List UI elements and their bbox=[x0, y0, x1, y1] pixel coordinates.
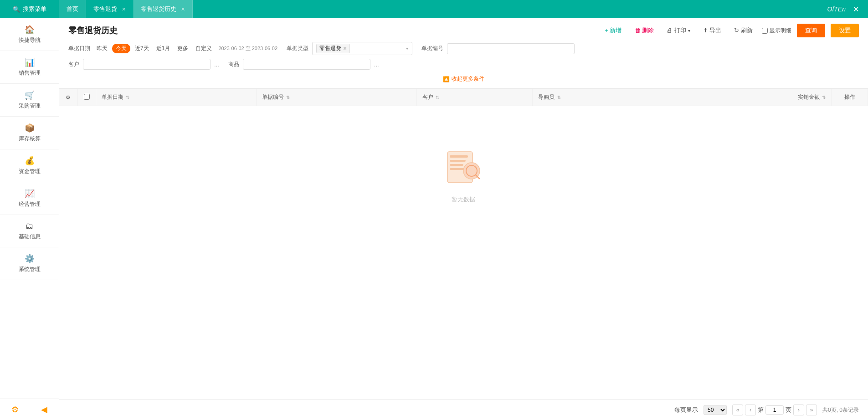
show-detail-label: 显示明细 bbox=[770, 27, 791, 35]
refresh-button[interactable]: ↻ 刷新 bbox=[730, 25, 756, 36]
last-page-button[interactable]: » bbox=[806, 405, 817, 415]
goods-input[interactable] bbox=[243, 59, 370, 70]
date-btn-custom[interactable]: 自定义 bbox=[193, 44, 215, 53]
main-layout: 🏠 快捷导航 📊 销售管理 🛒 采购管理 📦 库存核算 💰 资金管理 📈 经营管… bbox=[0, 18, 868, 420]
svg-rect-1 bbox=[450, 155, 468, 158]
page-nav: « ‹ 第 页 › » bbox=[732, 405, 817, 415]
add-button-label: + 新增 bbox=[605, 26, 621, 35]
first-page-button[interactable]: « bbox=[732, 405, 743, 415]
voucher-type-tag-text: 零售退货 bbox=[319, 45, 341, 52]
page-header: 零售退货历史 + 新增 🗑 删除 🖨 打印 ▾ ⬆ 导出 bbox=[59, 18, 868, 89]
sidebar-item-label-quicknav: 快捷导航 bbox=[19, 36, 41, 44]
top-bar-right: OfTEn ✕ bbox=[822, 0, 868, 18]
date-filter-label: 单据日期 bbox=[68, 45, 90, 52]
empty-state-text: 暂无数据 bbox=[452, 195, 475, 204]
finance-icon: 💰 bbox=[25, 156, 35, 166]
date-btn-7days[interactable]: 近7天 bbox=[132, 44, 152, 53]
filter-customer-item: 客户 ... bbox=[68, 59, 219, 70]
goods-dots-button[interactable]: ... bbox=[374, 61, 379, 68]
sidebar-collapse-button[interactable]: ◀ bbox=[41, 405, 47, 415]
customer-dots-button[interactable]: ... bbox=[214, 61, 219, 68]
date-btn-yesterday[interactable]: 昨天 bbox=[94, 44, 110, 53]
th-voucher-no[interactable]: 单据编号 ⇅ bbox=[256, 89, 416, 106]
date-btn-1month[interactable]: 近1月 bbox=[154, 44, 173, 53]
sidebar-item-label-sales: 销售管理 bbox=[19, 69, 41, 77]
search-menu-button[interactable]: 🔍 搜索菜单 bbox=[8, 5, 51, 13]
table-settings-icon[interactable]: ⚙ bbox=[66, 94, 71, 101]
customer-input[interactable] bbox=[83, 59, 211, 70]
operations-icon: 📈 bbox=[25, 189, 35, 199]
select-all-checkbox[interactable] bbox=[84, 94, 90, 100]
show-detail-checkbox[interactable] bbox=[762, 28, 768, 34]
sidebar-item-basic-info[interactable]: 🗂 基础信息 bbox=[0, 215, 59, 247]
collapse-row: 🔼 收起更多条件 bbox=[68, 73, 859, 85]
total-info: 共0页, 0条记录 bbox=[822, 406, 859, 414]
prev-page-button[interactable]: ‹ bbox=[745, 405, 756, 415]
voucher-type-label: 单据类型 bbox=[287, 45, 308, 52]
page-label: 第 bbox=[758, 406, 764, 414]
pagination-bar: 每页显示 20 50 100 200 « ‹ 第 页 › » 共0页, 0条记录 bbox=[59, 400, 868, 420]
filter-area: 单据日期 昨天 今天 近7天 近1月 更多 自定义 2023-06-02 至 2… bbox=[68, 42, 859, 88]
date-btn-today[interactable]: 今天 bbox=[112, 44, 130, 53]
goods-label: 商品 bbox=[228, 61, 239, 68]
print-button[interactable]: 🖨 打印 ▾ bbox=[663, 25, 694, 36]
svg-rect-2 bbox=[450, 160, 466, 162]
show-detail-toggle[interactable]: 显示明细 bbox=[762, 27, 791, 35]
search-menu-label: 搜索菜单 bbox=[23, 5, 46, 13]
th-guide[interactable]: 导购员 ⇅ bbox=[533, 89, 671, 106]
sidebar-item-inventory[interactable]: 📦 库存核算 bbox=[0, 117, 59, 149]
sidebar-item-sales[interactable]: 📊 销售管理 bbox=[0, 51, 59, 84]
voucher-type-select[interactable]: 零售退货 ✕ ▾ bbox=[312, 42, 412, 55]
th-amount-sort-icon: ⇅ bbox=[822, 95, 826, 100]
empty-state-row: 暂无数据 bbox=[59, 106, 868, 241]
sidebar-item-purchase[interactable]: 🛒 采购管理 bbox=[0, 84, 59, 117]
per-page-select[interactable]: 20 50 100 200 bbox=[704, 405, 727, 415]
th-voucher-no-label: 单据编号 bbox=[262, 94, 284, 100]
empty-state: 暂无数据 bbox=[59, 106, 868, 240]
filter-row-1: 单据日期 昨天 今天 近7天 近1月 更多 自定义 2023-06-02 至 2… bbox=[68, 42, 859, 55]
tab-retail-return-label: 零售退货 bbox=[93, 5, 117, 13]
sidebar-item-system[interactable]: ⚙️ 系统管理 bbox=[0, 247, 59, 280]
sidebar-item-label-basic-info: 基础信息 bbox=[19, 233, 41, 241]
filter-voucher-no-item: 单据编号 bbox=[421, 43, 575, 54]
tab-retail-return-history-close[interactable]: ✕ bbox=[181, 6, 185, 12]
date-range-display: 2023-06-02 至 2023-06-02 bbox=[218, 45, 277, 52]
tab-retail-return-history[interactable]: 零售退货历史 ✕ bbox=[134, 0, 193, 18]
search-icon: 🔍 bbox=[13, 6, 20, 13]
th-customer[interactable]: 客户 ⇅ bbox=[417, 89, 533, 106]
voucher-no-input[interactable] bbox=[447, 43, 575, 54]
th-settings[interactable]: ⚙ bbox=[59, 89, 77, 106]
per-page-label: 每页显示 bbox=[674, 406, 698, 414]
th-date[interactable]: 单据日期 ⇅ bbox=[96, 89, 256, 106]
voucher-type-tag-close[interactable]: ✕ bbox=[343, 46, 347, 51]
query-button[interactable]: 查询 bbox=[797, 24, 825, 37]
empty-state-cell: 暂无数据 bbox=[59, 106, 868, 241]
add-button[interactable]: + 新增 bbox=[601, 25, 625, 36]
tabs-area: 首页 零售退货 ✕ 零售退货历史 ✕ bbox=[59, 0, 822, 18]
tab-retail-return[interactable]: 零售退货 ✕ bbox=[86, 0, 134, 18]
voucher-type-tag: 零售退货 ✕ bbox=[316, 44, 350, 53]
sidebar-settings-button[interactable]: ⚙ bbox=[11, 405, 19, 415]
sidebar-item-label-system: 系统管理 bbox=[19, 266, 41, 273]
page-number-input[interactable] bbox=[765, 405, 784, 415]
sidebar-item-finance[interactable]: 💰 资金管理 bbox=[0, 149, 59, 182]
collapse-button[interactable]: 🔼 收起更多条件 bbox=[437, 73, 490, 85]
page-title-row: 零售退货历史 + 新增 🗑 删除 🖨 打印 ▾ ⬆ 导出 bbox=[68, 24, 859, 37]
customer-label: 客户 bbox=[68, 61, 79, 68]
table-body: 暂无数据 bbox=[59, 106, 868, 241]
sidebar-item-operations[interactable]: 📈 经营管理 bbox=[0, 182, 59, 215]
export-button[interactable]: ⬆ 导出 bbox=[699, 25, 725, 36]
sidebar-item-quicknav[interactable]: 🏠 快捷导航 bbox=[0, 18, 59, 51]
settings-button[interactable]: 设置 bbox=[831, 24, 859, 37]
tab-retail-return-close[interactable]: ✕ bbox=[122, 6, 126, 12]
window-close-button[interactable]: ✕ bbox=[849, 5, 863, 14]
tab-home[interactable]: 首页 bbox=[59, 0, 86, 18]
th-amount-label: 实销金额 bbox=[798, 94, 820, 100]
inventory-icon: 📦 bbox=[25, 123, 35, 133]
svg-rect-3 bbox=[450, 164, 463, 166]
next-page-button[interactable]: › bbox=[793, 405, 804, 415]
th-amount[interactable]: 实销金额 ⇅ bbox=[671, 89, 831, 106]
delete-button[interactable]: 🗑 删除 bbox=[631, 25, 658, 36]
th-checkbox[interactable] bbox=[77, 89, 96, 106]
date-btn-more[interactable]: 更多 bbox=[175, 44, 191, 53]
